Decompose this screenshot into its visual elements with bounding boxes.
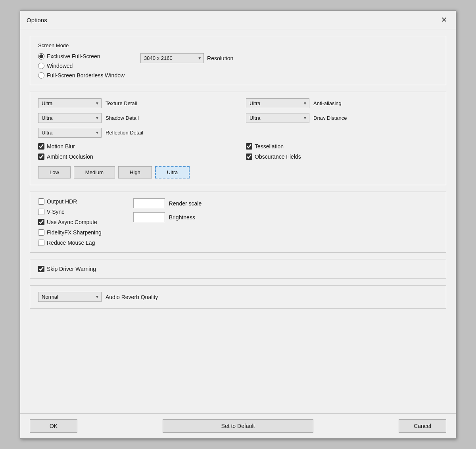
reflection-detail-select-wrapper: UltraHighMediumLow ▼ — [38, 128, 102, 138]
motion-blur-row[interactable]: Motion Blur — [38, 143, 230, 150]
reflection-detail-select[interactable]: UltraHighMediumLow — [38, 128, 102, 138]
fidelityfx-checkbox[interactable] — [38, 229, 44, 236]
tessellation-label: Tessellation — [255, 143, 284, 150]
shadow-detail-row: UltraHighMediumLow ▼ Shadow Detail — [38, 113, 230, 123]
radio-borderless-label: Full-Screen Borderless Window — [47, 72, 125, 79]
motion-blur-label: Motion Blur — [47, 143, 75, 150]
ok-button[interactable]: OK — [30, 419, 77, 433]
resolution-select[interactable]: 3840 x 2160 2560 x 1440 1920 x 1080 1280… — [140, 53, 204, 63]
skip-driver-warning-row[interactable]: Skip Driver Warning — [38, 266, 438, 272]
texture-detail-label: Texture Detail — [106, 100, 137, 106]
audio-reverb-select[interactable]: Normal High Low — [38, 292, 102, 302]
preset-ultra-button[interactable]: Ultra — [155, 166, 190, 178]
fidelityfx-row[interactable]: FidelityFX Sharpening — [38, 229, 102, 236]
dialog-body: Screen Mode Exclusive Full-Screen Window… — [20, 29, 456, 413]
close-button[interactable]: ✕ — [439, 15, 449, 24]
draw-distance-label: Draw Distance — [313, 115, 347, 121]
reduce-mouse-lag-label: Reduce Mouse Lag — [47, 240, 95, 246]
draw-distance-select[interactable]: UltraHighMediumLow — [246, 113, 309, 123]
screen-mode-top: Exclusive Full-Screen Windowed Full-Scre… — [38, 53, 438, 79]
screen-mode-radio-group: Exclusive Full-Screen Windowed Full-Scre… — [38, 53, 125, 79]
graphics-checkbox-group: Motion Blur Tessellation Ambient Occlusi… — [38, 143, 438, 160]
advanced-left: Output HDR V-Sync Use Async Compute Fide… — [38, 198, 102, 246]
title-bar: Options ✕ — [20, 11, 456, 29]
radio-windowed-label: Windowed — [47, 63, 73, 69]
vsync-row[interactable]: V-Sync — [38, 209, 102, 215]
skip-driver-warning-label: Skip Driver Warning — [47, 266, 96, 272]
screen-mode-title: Screen Mode — [38, 42, 438, 48]
use-async-compute-row[interactable]: Use Async Compute — [38, 219, 102, 225]
preset-medium-button[interactable]: Medium — [74, 166, 115, 178]
anti-aliasing-select-wrapper: UltraHighMediumLowOff ▼ — [246, 98, 309, 108]
render-scale-row: 1.000 Render scale — [133, 198, 202, 208]
draw-distance-select-wrapper: UltraHighMediumLow ▼ — [246, 113, 309, 123]
set-to-default-button[interactable]: Set to Default — [163, 419, 313, 433]
audio-reverb-select-wrapper: Normal High Low ▼ — [38, 292, 102, 302]
shadow-detail-label: Shadow Detail — [106, 115, 139, 121]
brightness-input[interactable]: 0.400 — [133, 212, 165, 222]
draw-distance-row: UltraHighMediumLow ▼ Draw Distance — [246, 113, 438, 123]
anti-aliasing-select[interactable]: UltraHighMediumLowOff — [246, 98, 309, 108]
obscurance-fields-checkbox[interactable] — [246, 154, 252, 160]
shadow-detail-select[interactable]: UltraHighMediumLow — [38, 113, 102, 123]
advanced-main: Output HDR V-Sync Use Async Compute Fide… — [38, 198, 438, 246]
preset-buttons: Low Medium High Ultra — [38, 166, 438, 178]
audio-reverb-row: Normal High Low ▼ Audio Reverb Quality — [38, 292, 438, 302]
texture-detail-select[interactable]: UltraHighMediumLow — [38, 98, 102, 108]
dialog-title: Options — [27, 17, 47, 23]
radio-borderless-input[interactable] — [38, 72, 44, 79]
vsync-label: V-Sync — [47, 209, 64, 215]
reflection-detail-row: UltraHighMediumLow ▼ Reflection Detail — [38, 128, 230, 138]
output-hdr-row[interactable]: Output HDR — [38, 198, 102, 205]
cancel-button[interactable]: Cancel — [399, 419, 446, 433]
advanced-section: Output HDR V-Sync Use Async Compute Fide… — [30, 192, 446, 253]
dialog-footer: OK Set to Default Cancel — [20, 413, 456, 438]
graphics-section: UltraHighMediumLow ▼ Texture Detail Ultr… — [30, 92, 446, 185]
shadow-detail-select-wrapper: UltraHighMediumLow ▼ — [38, 113, 102, 123]
advanced-right: 1.000 Render scale 0.400 Brightness — [133, 198, 202, 246]
motion-blur-checkbox[interactable] — [38, 143, 44, 150]
brightness-row: 0.400 Brightness — [133, 212, 202, 222]
screen-mode-section: Screen Mode Exclusive Full-Screen Window… — [30, 36, 446, 85]
obscurance-fields-row[interactable]: Obscurance Fields — [246, 154, 438, 160]
detail-grid: UltraHighMediumLow ▼ Texture Detail Ultr… — [38, 98, 438, 138]
use-async-compute-checkbox[interactable] — [38, 219, 44, 225]
reflection-detail-label: Reflection Detail — [106, 130, 143, 136]
output-hdr-checkbox[interactable] — [38, 198, 44, 205]
output-hdr-label: Output HDR — [47, 198, 77, 205]
radio-windowed-input[interactable] — [38, 63, 44, 69]
driver-section: Skip Driver Warning — [30, 259, 446, 279]
options-dialog: Options ✕ Screen Mode Exclusive Full-Scr… — [20, 10, 456, 439]
skip-driver-warning-checkbox[interactable] — [38, 266, 44, 272]
radio-windowed[interactable]: Windowed — [38, 63, 125, 69]
tessellation-checkbox[interactable] — [246, 143, 252, 150]
fidelityfx-label: FidelityFX Sharpening — [47, 229, 102, 236]
preset-low-button[interactable]: Low — [38, 166, 71, 178]
audio-section: Normal High Low ▼ Audio Reverb Quality — [30, 285, 446, 309]
render-scale-input[interactable]: 1.000 — [133, 198, 165, 208]
radio-borderless[interactable]: Full-Screen Borderless Window — [38, 72, 125, 79]
texture-detail-select-wrapper: UltraHighMediumLow ▼ — [38, 98, 102, 108]
audio-reverb-label: Audio Reverb Quality — [106, 294, 158, 300]
reduce-mouse-lag-row[interactable]: Reduce Mouse Lag — [38, 240, 102, 246]
obscurance-fields-label: Obscurance Fields — [255, 154, 301, 160]
brightness-label: Brightness — [169, 214, 195, 221]
resolution-row: 3840 x 2160 2560 x 1440 1920 x 1080 1280… — [140, 53, 233, 63]
radio-exclusive-full-screen[interactable]: Exclusive Full-Screen — [38, 53, 125, 59]
vsync-checkbox[interactable] — [38, 209, 44, 215]
reduce-mouse-lag-checkbox[interactable] — [38, 240, 44, 246]
ambient-occlusion-row[interactable]: Ambient Occlusion — [38, 154, 230, 160]
texture-detail-row: UltraHighMediumLow ▼ Texture Detail — [38, 98, 230, 108]
anti-aliasing-label: Anti-aliasing — [313, 100, 342, 106]
ambient-occlusion-label: Ambient Occlusion — [47, 154, 93, 160]
radio-exclusive-full-screen-input[interactable] — [38, 53, 44, 59]
resolution-select-wrapper: 3840 x 2160 2560 x 1440 1920 x 1080 1280… — [140, 53, 204, 63]
tessellation-row[interactable]: Tessellation — [246, 143, 438, 150]
radio-exclusive-full-screen-label: Exclusive Full-Screen — [47, 53, 100, 59]
anti-aliasing-row: UltraHighMediumLowOff ▼ Anti-aliasing — [246, 98, 438, 108]
ambient-occlusion-checkbox[interactable] — [38, 154, 44, 160]
preset-high-button[interactable]: High — [118, 166, 152, 178]
use-async-compute-label: Use Async Compute — [47, 219, 97, 225]
resolution-label: Resolution — [207, 55, 233, 61]
render-scale-label: Render scale — [169, 200, 202, 207]
